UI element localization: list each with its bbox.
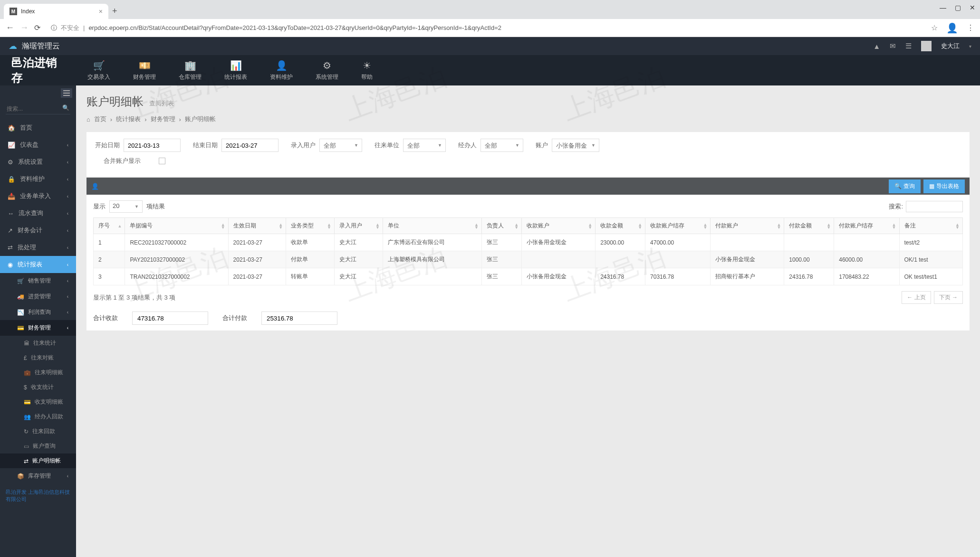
- side-icon: ▭: [24, 443, 29, 450]
- sidebar-sub2-4[interactable]: 💳收支明细账: [0, 395, 76, 409]
- nav-item-0[interactable]: 🛒交易录入: [76, 60, 122, 81]
- table-row[interactable]: 2PAY202103270000022021-03-27付款单史大江上海塑桥模具…: [94, 251, 963, 268]
- page-size-select[interactable]: 20: [109, 200, 143, 213]
- side-icon: ⇄: [24, 458, 29, 464]
- sidebar-sub-3[interactable]: 💳财务管理‹: [0, 320, 76, 336]
- sidebar-sub2-8[interactable]: ⇄账户明细帐: [0, 453, 76, 468]
- sidebar-sub-2[interactable]: 📉利润查询‹: [0, 304, 76, 320]
- user-name[interactable]: 史大江: [941, 42, 960, 50]
- browser-tab[interactable]: M Index ×: [4, 4, 108, 19]
- table-cell: 上海塑桥模具有限公司: [383, 251, 481, 268]
- column-header[interactable]: 单据编号▲▼: [125, 218, 228, 234]
- sidebar-sub-inventory[interactable]: 📦 库存管理 ‹: [0, 468, 76, 484]
- side-icon: 💳: [17, 325, 24, 331]
- sidebar-item-0[interactable]: 🏠首页: [0, 119, 76, 136]
- table-row[interactable]: 1REC202103270000022021-03-27收款单史大江广东博远石业…: [94, 234, 963, 251]
- column-header[interactable]: 付款金额▲▼: [784, 218, 834, 234]
- chevron-left-icon: ‹: [67, 245, 68, 250]
- nav-item-6[interactable]: ☀帮助: [350, 60, 384, 81]
- sidebar-item-8[interactable]: ◉统计报表‹: [0, 256, 76, 273]
- crumb-stats[interactable]: 统计报表: [116, 115, 141, 123]
- user-dropdown-icon[interactable]: ▾: [969, 44, 971, 49]
- side-icon: ↗: [8, 227, 13, 234]
- column-header[interactable]: 单位▲▼: [383, 218, 481, 234]
- sidebar-search-input[interactable]: [6, 104, 70, 114]
- sidebar-sub-0[interactable]: 🛒销售管理‹: [0, 273, 76, 289]
- nav-back-icon[interactable]: ←: [6, 23, 14, 33]
- table-search-input[interactable]: [906, 201, 963, 212]
- query-button[interactable]: 🔍查询: [889, 179, 921, 193]
- tab-favicon: M: [10, 8, 17, 15]
- column-header[interactable]: 付款账户▲▼: [711, 218, 784, 234]
- sidebar-item-3[interactable]: 🔒资料维护‹: [0, 170, 76, 188]
- merge-checkbox[interactable]: [159, 158, 165, 164]
- sidebar-sub2-2[interactable]: 💼往来明细账: [0, 365, 76, 380]
- minimize-icon[interactable]: —: [940, 4, 946, 11]
- next-page-button[interactable]: 下页 →: [934, 291, 963, 304]
- url-input[interactable]: ⓘ 不安全 | erpdoc.epoerp.cn/Biz/Stat/Accoun…: [46, 21, 925, 35]
- sort-icon: ▲▼: [514, 223, 519, 229]
- column-header[interactable]: 负责人▲▼: [482, 218, 522, 234]
- star-icon[interactable]: ☆: [931, 23, 938, 32]
- app-brand: ☁ 瀚琚管理云: [9, 41, 60, 51]
- maximize-icon[interactable]: ▢: [955, 4, 961, 11]
- chevron-left-icon: ‹: [67, 228, 68, 233]
- column-header[interactable]: 收款账户结存▲▼: [645, 218, 711, 234]
- nav-item-1[interactable]: 💴财务管理: [122, 60, 167, 81]
- column-header[interactable]: 收款账户▲▼: [522, 218, 596, 234]
- handler-select[interactable]: 全部: [480, 139, 523, 152]
- tab-close-icon[interactable]: ×: [99, 8, 103, 15]
- column-header[interactable]: 序号▲: [94, 218, 125, 234]
- table-cell: test/t2: [899, 234, 963, 251]
- table-row[interactable]: 3TRAN202103270000022021-03-27转账单史大江张三小张备…: [94, 268, 963, 285]
- nav-item-3[interactable]: 📊统计报表: [213, 60, 259, 81]
- list-icon[interactable]: ☰: [905, 42, 912, 50]
- column-header[interactable]: 收款金额▲▼: [596, 218, 645, 234]
- alert-icon[interactable]: ▲: [873, 42, 880, 50]
- crumb-finance[interactable]: 财务管理: [151, 115, 175, 123]
- sidebar-toggle[interactable]: [61, 88, 72, 98]
- sidebar-sub2-3[interactable]: $收支统计: [0, 380, 76, 395]
- mail-icon[interactable]: ✉: [890, 42, 896, 50]
- column-header[interactable]: 业务类型▲▼: [286, 218, 335, 234]
- start-date-input[interactable]: [124, 139, 181, 152]
- account-select[interactable]: 小张备用金: [552, 139, 599, 152]
- export-button[interactable]: ▦导出表格: [923, 179, 965, 193]
- new-tab-button[interactable]: +: [112, 6, 117, 16]
- column-header[interactable]: 生效日期▲▼: [228, 218, 286, 234]
- sidebar-sub-1[interactable]: 🚚进货管理‹: [0, 289, 76, 304]
- sidebar-item-7[interactable]: ⇄批处理‹: [0, 239, 76, 256]
- search-icon[interactable]: 🔍: [62, 104, 69, 111]
- sidebar-item-5[interactable]: ↔流水查询‹: [0, 205, 76, 222]
- nav-forward-icon[interactable]: →: [20, 23, 29, 33]
- crumb-home[interactable]: 首页: [94, 115, 106, 123]
- end-date-input[interactable]: [221, 139, 279, 152]
- table-cell: 1: [94, 234, 125, 251]
- sidebar-sub2-5[interactable]: 👥经办人回款: [0, 409, 76, 424]
- sidebar-item-4[interactable]: 📥业务单录入‹: [0, 188, 76, 205]
- sidebar-item-6[interactable]: ↗财务会计‹: [0, 222, 76, 239]
- user-avatar[interactable]: [921, 41, 932, 51]
- side-icon: 🔒: [8, 176, 15, 183]
- sidebar-item-2[interactable]: ⚙系统设置‹: [0, 153, 76, 170]
- main-nav: 邑泊进销存 🛒交易录入💴财务管理🏢仓库管理📊统计报表👤资料维护⚙系统管理☀帮助: [0, 55, 980, 85]
- sidebar-sub2-1[interactable]: £往来对账: [0, 350, 76, 365]
- filter-panel: 开始日期 结束日期 录入用户 全部▼ 往来单位 全部▼ 经办人 全部▼: [86, 132, 970, 177]
- party-select[interactable]: 全部: [403, 139, 446, 152]
- sidebar-item-1[interactable]: 📈仪表盘‹: [0, 136, 76, 153]
- user-select[interactable]: 全部: [319, 139, 362, 152]
- reload-icon[interactable]: ⟳: [34, 23, 40, 32]
- column-header[interactable]: 录入用户▲▼: [335, 218, 383, 234]
- nav-item-2[interactable]: 🏢仓库管理: [167, 60, 213, 81]
- column-header[interactable]: 备注▲▼: [899, 218, 963, 234]
- sidebar-sub2-7[interactable]: ▭账户查询: [0, 439, 76, 453]
- column-header[interactable]: 付款账户结存▲▼: [834, 218, 899, 234]
- prev-page-button[interactable]: ← 上页: [902, 291, 931, 304]
- nav-item-4[interactable]: 👤资料维护: [259, 60, 304, 81]
- close-window-icon[interactable]: ✕: [970, 4, 975, 11]
- sidebar-sub2-6[interactable]: ↻往来回款: [0, 424, 76, 439]
- sidebar-sub2-0[interactable]: 🏛往来统计: [0, 336, 76, 350]
- profile-icon[interactable]: 👤: [946, 22, 958, 34]
- menu-icon[interactable]: ⋮: [967, 23, 974, 32]
- nav-item-5[interactable]: ⚙系统管理: [304, 60, 350, 81]
